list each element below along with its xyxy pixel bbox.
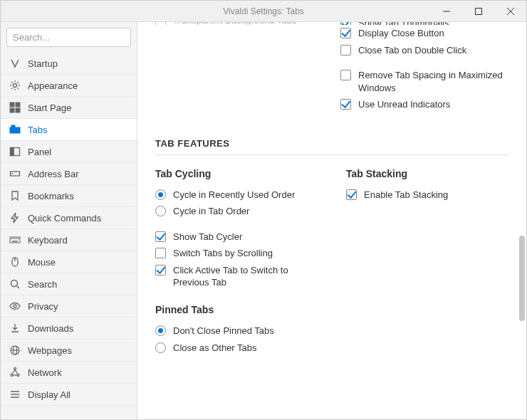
sidebar-item-bookmarks[interactable]: Bookmarks <box>1 185 137 207</box>
svg-line-35 <box>12 370 15 374</box>
checkbox-label: Transparent Background Tabs <box>173 22 296 25</box>
sidebar-item-startpage[interactable]: Start Page <box>1 97 137 119</box>
checkbox-icon <box>155 248 166 258</box>
checkbox-transparent-bg[interactable]: Transparent Background Tabs <box>155 22 312 25</box>
titlebar: Vivaldi Settings: Tabs <box>1 1 526 22</box>
mouse-icon <box>9 256 21 268</box>
radio-close-as-other[interactable]: Close as Other Tabs <box>155 340 318 357</box>
checkbox-icon <box>340 70 351 80</box>
window-controls <box>430 1 526 22</box>
svg-point-19 <box>13 238 14 239</box>
tabs-icon <box>9 124 21 135</box>
svg-rect-8 <box>16 108 20 112</box>
svg-point-20 <box>15 238 16 239</box>
checkbox-icon <box>155 265 166 275</box>
nav-list: Startup Appearance Start Page Tabs Panel… <box>1 53 137 419</box>
sidebar-item-mouse[interactable]: Mouse <box>1 251 137 273</box>
bookmark-icon <box>9 190 21 201</box>
eye-icon <box>9 300 21 312</box>
checkbox-display-close[interactable]: Display Close Button <box>340 25 508 42</box>
checkbox-icon <box>155 231 166 242</box>
radio-icon <box>155 342 166 353</box>
radio-cycle-order[interactable]: Cycle in Tab Order <box>155 203 318 220</box>
search-input[interactable] <box>6 28 131 47</box>
checkbox-icon <box>340 45 351 56</box>
checkbox-unread-indicators[interactable]: Use Unread Indicators <box>340 96 508 113</box>
checkbox-label: Switch Tabs by Scrolling <box>173 247 273 260</box>
sidebar-item-webpages[interactable]: Webpages <box>1 340 137 362</box>
radio-label: Cycle in Tab Order <box>173 205 249 218</box>
sidebar-item-privacy[interactable]: Privacy <box>1 295 137 317</box>
radio-label: Don't Close Pinned Tabs <box>173 325 274 337</box>
checkbox-show-cycler[interactable]: Show Tab Cycler <box>155 229 318 246</box>
radio-label: Cycle in Recently Used Order <box>173 189 295 201</box>
content-pane[interactable]: Transparent Background Tabs Show Tab Thu… <box>137 22 526 419</box>
svg-point-26 <box>11 280 18 287</box>
sidebar-item-panel[interactable]: Panel <box>1 141 137 163</box>
checkbox-label: Use Unread Indicators <box>358 98 450 111</box>
svg-rect-5 <box>10 103 14 107</box>
sidebar-item-network[interactable]: Network <box>1 362 137 384</box>
maximize-button[interactable] <box>462 1 494 22</box>
radio-icon <box>155 189 166 200</box>
sidebar-item-label: Tabs <box>28 125 47 135</box>
svg-rect-10 <box>11 125 15 127</box>
sidebar-item-label: Appearance <box>28 80 78 91</box>
sidebar-item-startup[interactable]: Startup <box>1 53 137 75</box>
sidebar-item-search[interactable]: Search <box>1 273 137 295</box>
globe-icon <box>9 345 21 356</box>
grid-icon <box>9 102 21 113</box>
sidebar-item-label: Start Page <box>28 103 71 113</box>
sidebar-item-tabs[interactable]: Tabs <box>1 119 137 141</box>
svg-point-28 <box>14 305 16 308</box>
sidebar-item-label: Panel <box>28 147 51 157</box>
close-button[interactable] <box>494 1 526 22</box>
subheader-stacking: Tab Stacking <box>346 168 508 179</box>
scrollbar-thumb[interactable] <box>519 236 525 321</box>
sidebar-item-label: Startup <box>28 58 58 69</box>
sidebar-item-keyboard[interactable]: Keyboard <box>1 229 137 251</box>
sidebar-item-downloads[interactable]: Downloads <box>1 317 137 340</box>
sidebar-item-appearance[interactable]: Appearance <box>1 75 137 97</box>
sidebar-item-label: Mouse <box>28 257 56 268</box>
checkbox-close-doubleclick[interactable]: Close Tab on Double Click <box>340 42 508 59</box>
list-icon <box>9 389 21 400</box>
checkbox-label: Close Tab on Double Click <box>358 44 466 57</box>
checkbox-enable-stacking[interactable]: Enable Tab Stacking <box>346 187 508 204</box>
sidebar-item-displayall[interactable]: Display All <box>1 384 137 406</box>
gear-icon <box>9 80 21 91</box>
subheader-cycling: Tab Cycling <box>155 168 318 179</box>
sidebar-item-label: Webpages <box>28 345 72 356</box>
sidebar-item-addressbar[interactable]: Address Bar <box>1 163 137 185</box>
svg-point-4 <box>14 84 17 88</box>
checkbox-icon <box>340 99 351 110</box>
sidebar: Startup Appearance Start Page Tabs Panel… <box>1 22 137 419</box>
checkbox-icon <box>340 28 351 38</box>
svg-point-33 <box>11 374 13 377</box>
sidebar-item-quickcommands[interactable]: Quick Commands <box>1 207 137 229</box>
section-header-features: TAB FEATURES <box>155 138 508 155</box>
keyboard-icon <box>9 234 21 246</box>
minimize-button[interactable] <box>430 1 462 22</box>
svg-point-21 <box>16 238 17 239</box>
search-icon <box>9 278 21 290</box>
checkbox-label: Click Active Tab to Switch to Previous T… <box>173 264 318 289</box>
svg-rect-9 <box>10 127 20 133</box>
svg-line-27 <box>17 286 19 288</box>
radio-cycle-recent[interactable]: Cycle in Recently Used Order <box>155 187 318 204</box>
radio-dont-close-pinned[interactable]: Don't Close Pinned Tabs <box>155 322 318 340</box>
sidebar-item-label: Privacy <box>28 301 58 312</box>
vivaldi-icon <box>9 58 21 69</box>
subheader-pinned: Pinned Tabs <box>155 304 318 315</box>
sidebar-item-label: Quick Commands <box>28 213 101 224</box>
window-title: Vivaldi Settings: Tabs <box>223 6 304 16</box>
sidebar-item-label: Downloads <box>28 323 73 334</box>
checkbox-label: Display Close Button <box>358 27 444 40</box>
scrollbar[interactable] <box>518 22 525 419</box>
checkbox-remove-spacing[interactable]: Remove Tab Spacing in Maximized Windows <box>340 67 508 96</box>
svg-line-36 <box>15 370 18 374</box>
sidebar-item-label: Network <box>28 367 62 378</box>
checkbox-click-active[interactable]: Click Active Tab to Switch to Previous T… <box>155 262 318 291</box>
checkbox-switch-scrolling[interactable]: Switch Tabs by Scrolling <box>155 245 318 262</box>
radio-label: Close as Other Tabs <box>173 342 257 355</box>
